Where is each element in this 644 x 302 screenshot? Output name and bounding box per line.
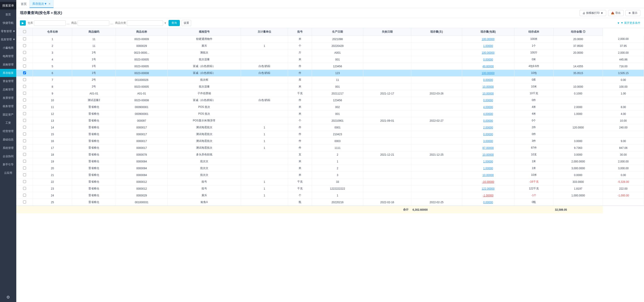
sidebar-item-wholesale[interactable]: 批发管理 ▼: [0, 35, 16, 44]
sidebar-item-cloudapp[interactable]: 云应用: [0, 169, 16, 177]
row-qty-main[interactable]: 100.00000: [462, 49, 514, 56]
sidebar-item-retail[interactable]: 零售管理 ▼: [0, 27, 16, 36]
row-qty-main[interactable]: 1.00000: [462, 43, 514, 49]
row-checkbox[interactable]: [23, 37, 26, 40]
sidebar-item-ledger[interactable]: 总账管理: [0, 85, 16, 94]
category-input[interactable]: [127, 20, 163, 26]
row-checkbox-cell[interactable]: [16, 151, 33, 158]
row-checkbox-cell[interactable]: [16, 138, 33, 144]
row-checkbox[interactable]: [23, 139, 26, 142]
sidebar-logo[interactable]: 搜索菜单: [0, 2, 16, 10]
row-qty-main[interactable]: 0.00000: [462, 97, 514, 104]
sidebar-item-inventory[interactable]: 库存核算: [0, 69, 16, 77]
row-qty-main[interactable]: 10.00000: [462, 151, 514, 158]
row-checkbox-cell[interactable]: [16, 172, 33, 179]
row-qty-main[interactable]: 122.00000: [462, 185, 514, 192]
row-checkbox[interactable]: [23, 119, 26, 122]
tab-close-icon[interactable]: ✕: [48, 2, 51, 6]
row-checkbox-cell[interactable]: [16, 77, 33, 83]
search-toggle-btn[interactable]: ▶: [20, 20, 26, 26]
sidebar-item-salary[interactable]: 工资: [0, 119, 16, 127]
row-qty-main[interactable]: 100.00000: [462, 36, 514, 43]
row-qty-main[interactable]: 10.00000: [462, 90, 514, 97]
row-checkbox[interactable]: [23, 146, 26, 149]
row-qty-main[interactable]: -16.00000: [462, 179, 514, 185]
row-checkbox[interactable]: [23, 78, 26, 81]
row-checkbox-cell[interactable]: [16, 49, 33, 56]
category-dropdown-icon[interactable]: ▼: [164, 22, 167, 25]
sidebar-item-system[interactable]: 系统管理: [0, 144, 16, 152]
tab-home[interactable]: 首页: [18, 0, 30, 8]
settings-btn[interactable]: 设置: [182, 20, 191, 26]
sidebar-item-xiaoying[interactable]: 小赢电商: [0, 44, 16, 52]
col-checkbox[interactable]: [16, 28, 33, 36]
row-checkbox-cell[interactable]: [16, 43, 33, 49]
row-checkbox[interactable]: [23, 167, 26, 170]
sidebar-item-tax[interactable]: 税务管理: [0, 102, 16, 111]
row-checkbox-cell[interactable]: [16, 97, 33, 104]
row-checkbox-cell[interactable]: [16, 56, 33, 63]
sidebar-settings-icon[interactable]: ⚙: [0, 292, 16, 302]
goods-input[interactable]: [78, 20, 109, 26]
sidebar-item-invoice[interactable]: 发票管理: [0, 94, 16, 102]
sidebar-item-home[interactable]: 首页: [0, 11, 16, 19]
goods-dots-icon[interactable]: ...: [110, 21, 113, 25]
row-checkbox-cell[interactable]: [16, 144, 33, 151]
select-all-checkbox[interactable]: [23, 30, 26, 33]
row-checkbox-cell[interactable]: [16, 179, 33, 185]
row-qty-main[interactable]: 4.00000: [462, 111, 514, 117]
row-checkbox[interactable]: [23, 160, 26, 163]
row-checkbox[interactable]: [23, 92, 26, 95]
row-checkbox-cell[interactable]: [16, 90, 33, 97]
row-checkbox[interactable]: [23, 201, 26, 203]
row-checkbox-cell[interactable]: [16, 63, 33, 70]
row-qty-main[interactable]: 0.00000: [462, 77, 514, 83]
row-checkbox[interactable]: [23, 44, 26, 47]
row-checkbox[interactable]: [23, 85, 26, 88]
row-qty-main[interactable]: 1.00000: [462, 165, 514, 172]
row-qty-main[interactable]: 100.00000: [462, 70, 514, 77]
row-checkbox-cell[interactable]: [16, 111, 33, 117]
row-checkbox-cell[interactable]: [16, 165, 33, 172]
sidebar-item-assets[interactable]: 固定资产: [0, 111, 16, 119]
row-checkbox[interactable]: [23, 153, 26, 156]
row-checkbox[interactable]: [23, 99, 26, 101]
sidebar-item-quicknav[interactable]: 快捷导航: [0, 19, 16, 27]
row-checkbox-cell[interactable]: [16, 124, 33, 131]
row-qty-main[interactable]: 0.00000: [462, 56, 514, 63]
row-qty-main[interactable]: -1.00000: [462, 192, 514, 199]
sidebar-item-capital[interactable]: 资金管理: [0, 77, 16, 85]
row-qty-main[interactable]: 10.00000: [462, 83, 514, 90]
row-checkbox[interactable]: [23, 71, 26, 74]
row-checkbox[interactable]: [23, 65, 26, 68]
row-checkbox-cell[interactable]: [16, 192, 33, 199]
row-checkbox[interactable]: [23, 132, 26, 135]
query-btn[interactable]: 查询: [168, 20, 180, 26]
tab-inventory-batch[interactable]: 库存批次▼ ✕: [30, 0, 54, 8]
row-checkbox[interactable]: [23, 58, 26, 61]
sidebar-item-enterprise[interactable]: 企业协同: [0, 152, 16, 161]
row-checkbox[interactable]: [23, 187, 26, 190]
row-checkbox[interactable]: [23, 194, 26, 197]
row-qty-main[interactable]: 10.00000: [462, 172, 514, 179]
display-btn[interactable]: 👁 显示: [626, 10, 640, 16]
row-qty-main[interactable]: 0.00000: [462, 131, 514, 138]
sidebar-item-operations[interactable]: 经营管理: [0, 127, 16, 135]
row-checkbox-cell[interactable]: [16, 83, 33, 90]
row-checkbox-cell[interactable]: [16, 36, 33, 43]
row-qty-main[interactable]: 87.00000: [462, 144, 514, 151]
row-checkbox-cell[interactable]: [16, 70, 33, 77]
row-qty-main[interactable]: 2.00000: [462, 124, 514, 131]
row-checkbox-cell[interactable]: [16, 117, 33, 124]
sidebar-item-ecommerce[interactable]: 电商管理: [0, 52, 16, 61]
warehouse-dots-icon[interactable]: ...: [66, 21, 70, 25]
print-btn[interactable]: 🖨 按模板打印 ▼: [580, 10, 606, 16]
row-qty-main[interactable]: 49.60000: [462, 63, 514, 70]
row-checkbox[interactable]: [23, 112, 26, 115]
row-checkbox[interactable]: [23, 105, 26, 108]
row-checkbox-cell[interactable]: [16, 104, 33, 111]
row-checkbox[interactable]: [23, 180, 26, 183]
row-checkbox-cell[interactable]: [16, 199, 33, 206]
row-checkbox[interactable]: [23, 173, 26, 176]
expand-conditions-btn[interactable]: ▼ ▼ 展开更多条件: [617, 21, 640, 25]
